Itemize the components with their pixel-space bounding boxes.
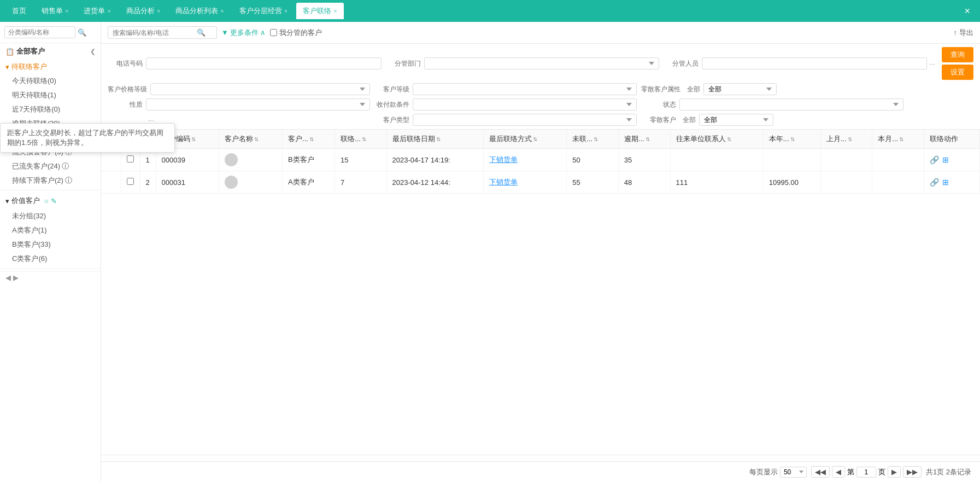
- nav-close-customer-contact[interactable]: ×: [333, 8, 337, 14]
- nav-close-customer-tier[interactable]: ×: [284, 8, 287, 14]
- col-uncontacted[interactable]: 未联... ⇅: [567, 130, 619, 149]
- col-past-contacts[interactable]: 往来单位联系人 ⇅: [670, 130, 763, 149]
- sidebar-item-class-a[interactable]: A类客户(1): [0, 223, 101, 237]
- nav-item-customer-contact[interactable]: 客户联络 ×: [296, 3, 343, 19]
- next-page-btn[interactable]: ▶: [888, 466, 901, 478]
- nav-close-purchase[interactable]: ×: [107, 8, 110, 14]
- sidebar-value-group[interactable]: ▾ 价值客户 ○ ✎: [0, 193, 101, 209]
- page-number-input[interactable]: [856, 467, 876, 478]
- row1-last-date: 2023-04-17 14:19:: [386, 149, 484, 171]
- value-group-edit-icon[interactable]: ✎: [51, 197, 57, 205]
- export-button[interactable]: ↑ 导出: [954, 28, 974, 38]
- table-wrapper: ⚙ 客户编码 ⇅: [101, 130, 980, 455]
- sidebar-item-7days[interactable]: 近7天待联络(0): [0, 102, 101, 117]
- my-customers-filter: 我分管的客户: [270, 28, 322, 38]
- nav-item-product-analysis[interactable]: 商品分析 ×: [120, 3, 167, 19]
- sidebar-search-input[interactable]: [4, 26, 75, 38]
- table-row: 1 000039 B类客户 15: [101, 149, 980, 171]
- nav-item-purchase[interactable]: 进货单 ×: [77, 3, 117, 19]
- churned-icon: ⓘ: [62, 162, 69, 170]
- nav-item-customer-tier[interactable]: 客户分层经营 ×: [233, 3, 294, 19]
- customer-type-select[interactable]: [413, 114, 637, 126]
- row1-name[interactable]: [219, 149, 283, 171]
- sidebar-collapse-icon[interactable]: ❮: [90, 48, 95, 55]
- my-customers-checkbox[interactable]: [270, 29, 277, 36]
- sort-past-contacts-icon: ⇅: [727, 136, 731, 142]
- row1-select[interactable]: [127, 155, 134, 162]
- phone-input[interactable]: [146, 57, 382, 69]
- sort-this-month-icon: ⇅: [899, 136, 903, 142]
- value-group-circle-icon: ○: [44, 197, 49, 205]
- query-button[interactable]: 查询: [942, 47, 973, 62]
- sidebar-item-class-b[interactable]: B类客户(33): [0, 237, 101, 252]
- sidebar-left-arrow[interactable]: ◀: [5, 274, 11, 282]
- sidebar-item-today[interactable]: 今天待联络(0): [0, 74, 101, 88]
- customer-grade-select[interactable]: [413, 83, 637, 95]
- row2-past-contacts: 111: [670, 171, 763, 194]
- prev-page-btn[interactable]: ◀: [832, 466, 845, 478]
- row2-select[interactable]: [127, 178, 134, 185]
- nav-item-product-list[interactable]: 商品分析列表 ×: [169, 3, 230, 19]
- col-last-date[interactable]: 最后联络日期 ⇅: [386, 130, 484, 149]
- row2-link-icon[interactable]: 🔗: [930, 178, 939, 187]
- nav-close-sales[interactable]: ×: [65, 8, 68, 14]
- sidebar-item-class-c[interactable]: C类客户(6): [0, 252, 101, 266]
- person-input[interactable]: [702, 57, 927, 69]
- row2-name[interactable]: [219, 171, 283, 194]
- row2-num: 2: [139, 171, 156, 194]
- row1-grid-icon[interactable]: ⊞: [942, 155, 949, 164]
- row2-this-year: 10995.00: [763, 171, 820, 194]
- col-category[interactable]: 客户... ⇅: [283, 130, 335, 149]
- pagination-bar: 每页显示 50 20 100 ◀◀ ◀ 第 页 ▶ ▶▶ 共1页 2条记录: [101, 461, 980, 482]
- row1-this-year: [763, 149, 820, 171]
- sidebar-right-arrow[interactable]: ▶: [13, 274, 19, 282]
- action-buttons: 查询 设置: [942, 47, 973, 80]
- sidebar-item-tomorrow[interactable]: 明天待联络(1): [0, 88, 101, 102]
- col-name[interactable]: 客户名称 ⇅: [219, 130, 283, 149]
- row1-last-method[interactable]: 下销货单: [484, 149, 567, 171]
- col-contact[interactable]: 联络... ⇅: [335, 130, 386, 149]
- col-this-year[interactable]: 本年... ⇅: [763, 130, 820, 149]
- window-close-button[interactable]: ×: [960, 3, 975, 19]
- sort-last-method-icon: ⇅: [533, 136, 537, 142]
- per-page-section: 每页显示 50 20 100: [749, 467, 807, 478]
- status-select[interactable]: [679, 98, 903, 111]
- nav-close-product-analysis[interactable]: ×: [157, 8, 160, 14]
- col-last-method[interactable]: 最后联络方式 ⇅: [484, 130, 567, 149]
- horizontal-scrollbar[interactable]: [101, 455, 980, 461]
- col-overdue[interactable]: 逾期... ⇅: [618, 130, 670, 149]
- first-page-btn[interactable]: ◀◀: [811, 466, 830, 478]
- settings-button[interactable]: 设置: [942, 65, 973, 80]
- col-last-month[interactable]: 上月... ⇅: [820, 130, 872, 149]
- per-page-select[interactable]: 50 20 100: [780, 467, 807, 478]
- sidebar-item-ungrouped[interactable]: 未分组(32): [0, 209, 101, 223]
- dept-select[interactable]: [424, 57, 660, 69]
- sidebar-item-declining[interactable]: 持续下滑客户(2) ⓘ: [0, 173, 101, 188]
- nav-close-product-list[interactable]: ×: [220, 8, 224, 14]
- search-icon[interactable]: 🔍: [197, 28, 206, 37]
- col-this-month[interactable]: 本月... ⇅: [872, 130, 924, 149]
- row1-link-icon[interactable]: 🔗: [930, 155, 939, 164]
- row2-last-method[interactable]: 下销货单: [484, 171, 567, 194]
- payment-select[interactable]: [413, 98, 637, 111]
- person-dots[interactable]: ···: [927, 60, 937, 68]
- last-page-btn[interactable]: ▶▶: [903, 466, 922, 478]
- row2-checkbox[interactable]: [121, 171, 139, 194]
- advanced-filter-section: 电话号码 分管部门 分管人员 ··· 查询 设置: [101, 44, 980, 130]
- scatter-customer-select[interactable]: 全部: [699, 114, 773, 126]
- nature-select[interactable]: [146, 98, 370, 111]
- price-grade-select[interactable]: [150, 83, 370, 95]
- sidebar-search-icon[interactable]: 🔍: [78, 28, 86, 37]
- nav-item-home[interactable]: 首页: [5, 3, 33, 19]
- sidebar-pending-group[interactable]: ▾ 待联络客户: [0, 60, 101, 74]
- scatter-attr-select[interactable]: 全部: [703, 83, 777, 95]
- row2-grid-icon[interactable]: ⊞: [942, 178, 949, 187]
- filter-icon: ▼: [221, 28, 228, 37]
- sidebar-all-customers[interactable]: 📋 全部客户 ❮: [0, 43, 101, 60]
- row2-code[interactable]: 000031: [156, 171, 219, 194]
- filter-status: 状态: [641, 98, 903, 111]
- more-filters-btn[interactable]: ▼ 更多条件 ∧: [221, 28, 266, 38]
- sidebar-item-churned[interactable]: 已流失客户(24) ⓘ: [0, 159, 101, 173]
- search-input[interactable]: [113, 29, 195, 37]
- nav-item-sales[interactable]: 销售单 ×: [35, 3, 75, 19]
